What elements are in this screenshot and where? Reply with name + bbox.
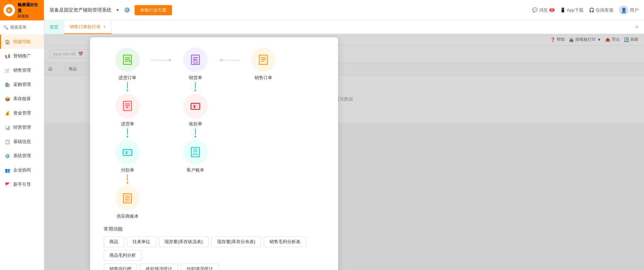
arrow-pay-to-sup: ▼ [126,175,129,185]
users-icon: 👥 [4,167,11,173]
message-icon: 💬 [532,7,538,13]
main-area: 装备及固定资产辅助管理系统 ▼ ⚙️ 体验行业方案 💬 消息 5 📱 App下载… [44,0,644,270]
sidebar-item-management[interactable]: 📊 经营管理 [0,120,44,134]
arrow-sd-to-r: ▼ [194,82,197,92]
receipt-label: 收款单 [189,121,202,127]
popup-overlay: 进货订单 ▼ [44,34,644,270]
search-menu-btn[interactable]: 🔍 搜索菜单 [3,23,40,32]
service-icon: 🎧 [589,7,594,13]
purchase-doc-label: 进货单 [121,121,134,127]
experience-btn[interactable]: 体验行业方案 [135,5,172,15]
cf-btn-payment-stats[interactable]: 付款情况统计 [181,264,219,270]
bag-icon: 🛍️ [4,82,11,88]
cf-btn-product-profit[interactable]: 商品毛利分析 [104,250,142,261]
speaker-icon: 📢 [4,53,11,59]
arrow-r-to-ca: ▼ [194,128,197,139]
svg-rect-16 [123,194,132,203]
sales-doc-label: 销货单 [189,75,202,81]
cf-btn-contacts[interactable]: 往来单位 [127,236,156,247]
cf-btn-product[interactable]: 商品 [104,236,124,247]
svg-rect-30 [191,147,199,157]
sidebar-item-sales[interactable]: 🛒 销售管理 [0,63,44,77]
cf-buttons-row2: 销售排行榜 收款情况统计 付款情况统计 [104,264,325,270]
search-icon: 🔍 [3,25,8,30]
sidebar-item-system[interactable]: ⚙️ 系统管理 [0,149,44,163]
flow-right-col: 销售订单 [240,48,287,81]
chart-icon: 📊 [4,124,11,130]
wallet-icon: 💰 [4,110,11,116]
sidebar-item-cooperation[interactable]: 👥 企业协同 [0,163,44,177]
cf-btn-sales-rank[interactable]: 销售排行榜 [104,264,137,270]
cf-btn-sales-profit[interactable]: 销售毛利分析表 [264,236,306,247]
sales-doc-node[interactable]: 销货单 [172,48,219,81]
cf-title: 常用功能 [104,226,325,232]
flow-mid-col: 销货单 ▼ [172,48,219,173]
home-icon: 🏠 [4,39,11,45]
app-download-btn[interactable]: 📱 App下载 [560,7,584,13]
top-bar-right: 💬 消息 5 📱 App下载 🎧 在线客服 👤 用户 [532,5,639,15]
logo-text: 畅康通好生意 标版版 [18,2,40,19]
sidebar-item-marketing[interactable]: 📢 营销推广 [0,49,44,63]
popup-box: 进货订单 ▼ [90,37,338,270]
arrow-p-to-pay: ▼ [126,128,129,139]
gear-icon: ⚙️ [4,153,11,159]
cart-icon: 🛒 [4,67,11,73]
receipt-icon: ¥ [183,94,208,118]
payment-label: 付款单 [121,167,134,173]
customer-account-icon [183,140,208,164]
tab-bar: 首页 销售订单执行表 × × [44,20,644,34]
purchase-doc-icon [115,94,140,118]
purchase-order-icon [115,48,140,72]
tab-home[interactable]: 首页 [44,20,64,34]
user-avatar: 👤 [619,5,628,15]
supplier-account-label: 供应商账本 [117,213,139,219]
cf-btn-stock-dist[interactable]: 现存量(库存分布表) [211,236,261,247]
svg-text:¥: ¥ [193,104,196,109]
tab-close-icon[interactable]: × [103,24,106,29]
purchase-doc-node[interactable]: 进货单 [104,94,151,127]
customer-account-label: 客户账本 [187,167,204,173]
sidebar-nav: 🏠 快捷导航 📢 营销推广 🛒 销售管理 🛍️ 采购管理 📦 库存核算 💰 [0,35,44,270]
message-btn[interactable]: 💬 消息 5 [532,7,555,13]
common-functions: 常用功能 商品 往来单位 现存量(库存状况表) 现存量(库存分布表) 销售毛利分… [104,226,325,270]
cf-btn-stock-status[interactable]: 现存量(库存状况表) [159,236,209,247]
svg-text:¥: ¥ [125,150,128,155]
sidebar-item-quick-nav[interactable]: 🏠 快捷导航 [0,35,44,49]
sales-order-right-label: 销售订单 [255,75,272,81]
supplier-account-node[interactable]: 供应商账本 [104,186,151,219]
flow-diagram: 进货订单 ▼ [104,48,325,219]
purchase-order-node[interactable]: 进货订单 [104,48,151,81]
sidebar-item-finance[interactable]: 💰 资金管理 [0,106,44,120]
h-arrow-2: ◀ [219,48,240,62]
sidebar-search-area[interactable]: 🔍 搜索菜单 [0,20,44,35]
flag-icon: 🚩 [4,181,11,187]
box-icon: 📦 [4,96,11,102]
h-arrow-1: ▶ [151,48,172,62]
system-dropdown[interactable]: ▼ [116,8,120,13]
download-icon: 📱 [560,7,565,13]
sidebar-item-basic-info[interactable]: 📋 基础信息 [0,134,44,149]
sidebar-item-beginner[interactable]: 🚩 新手引导 [0,177,44,192]
sales-order-right-node[interactable]: 销售订单 [240,48,287,81]
receipt-node[interactable]: ¥ 收款单 [172,94,219,127]
list-icon: 📋 [4,139,11,145]
page-content: ❓ 帮助 🖨️ 按模板打印 ▼ 📤 导出 🔄 刷新 [44,34,644,270]
arrow-po-to-p: ▼ [126,82,129,92]
tab-sales-order[interactable]: 销售订单执行表 × [64,20,111,34]
top-bar: 装备及固定资产辅助管理系统 ▼ ⚙️ 体验行业方案 💬 消息 5 📱 App下载… [44,0,644,20]
popup-content: 进货订单 ▼ [90,37,338,270]
sales-order-icon [251,48,276,72]
logo-icon: 好 [3,4,15,16]
sidebar-item-inventory[interactable]: 📦 库存核算 [0,92,44,106]
sidebar-item-purchase[interactable]: 🛍️ 采购管理 [0,77,44,92]
user-area[interactable]: 👤 用户 [619,5,639,15]
customer-account-node[interactable]: 客户账本 [172,140,219,173]
tab-bar-close-btn[interactable]: × [630,24,644,30]
supplier-account-icon [115,186,140,211]
payment-node[interactable]: ¥ 付款单 [104,140,151,173]
purchase-order-label: 进货订单 [119,75,136,81]
settings-gear-icon[interactable]: ⚙️ [124,7,130,13]
payment-icon: ¥ [115,140,140,164]
cf-btn-receipt-stats[interactable]: 收款情况统计 [140,264,178,270]
online-service-btn[interactable]: 🎧 在线客服 [589,7,613,13]
